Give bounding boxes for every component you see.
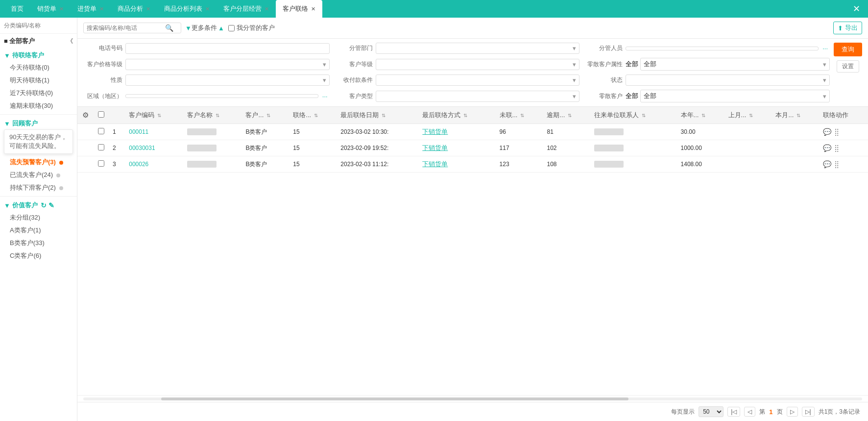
contact-method-link-2[interactable]: 下销货单 [422,160,448,168]
sidebar-item-lost-warning[interactable]: 流失预警客户(3) [0,156,77,169]
status-select[interactable]: ▾ [626,74,830,86]
pagination-last-button[interactable]: ▷| [802,407,815,417]
dept-select[interactable]: ▾ [376,43,580,54]
sidebar-group-pending-title[interactable]: ▼ 待联络客户 [0,49,77,61]
th-contact[interactable]: 联络... ⇅ [289,107,337,124]
tab-home[interactable]: 首页 [4,0,30,18]
tab-customer-link[interactable]: 客户联络 ✕ [276,0,322,18]
td-last-contact-method-0[interactable]: 下销货单 [418,124,495,140]
contact-method-link-0[interactable]: 下销货单 [422,128,448,135]
manager-ellipsis[interactable]: ··· [820,45,830,52]
select-all-checkbox[interactable] [98,111,104,118]
action-chat-icon-1[interactable]: 💬 [823,144,831,152]
th-last-contact-date[interactable]: 最后联络日期 ⇅ [337,107,418,124]
customer-level-select[interactable]: ▾ [376,59,580,70]
th-this-month[interactable]: 本月... ⇅ [772,107,819,124]
th-unit-contact[interactable]: 往来单位联系人 ⇅ [590,107,676,124]
nature-select[interactable]: ▾ [125,74,330,86]
th-last-contact-method[interactable]: 最后联络方式 ⇅ [418,107,495,124]
sidebar-item-today-pending[interactable]: 今天待联络(0) [0,61,77,74]
refresh-icon[interactable]: ↻ [41,201,47,209]
th-settings[interactable]: ⚙ [77,107,93,124]
th-code[interactable]: 客户编码 ⇅ [125,107,183,124]
td-code-2[interactable]: 000026 [125,156,183,173]
sidebar-item-unclassified[interactable]: 未分组(32) [0,211,77,224]
td-checkbox-0[interactable] [93,124,109,140]
sidebar-item-7day-pending[interactable]: 近7天待联络(0) [0,87,77,99]
sidebar-item-already-lost[interactable]: 已流失客户(24) [0,169,77,181]
tab-product-analysis[interactable]: 商品分析 ✕ [111,0,157,18]
pagination-first-button[interactable]: |◁ [727,407,740,417]
action-chat-icon-2[interactable]: 💬 [823,160,831,168]
td-checkbox-2[interactable] [93,156,109,173]
per-page-select[interactable]: 50 20 100 [699,406,723,417]
sidebar-group-value-title[interactable]: ▼ 价值客户 ↻ ✎ [0,198,77,211]
region-ellipsis[interactable]: ··· [320,93,330,100]
td-checkbox-1[interactable] [93,140,109,156]
tab-product-analysis-list-close[interactable]: ✕ [205,6,210,12]
tab-product-analysis-list[interactable]: 商品分析列表 ✕ [157,0,217,18]
sidebar-item-type-c[interactable]: C类客户(6) [0,249,77,262]
sidebar-item-type-a[interactable]: A类客户(1) [0,224,77,237]
td-last-contact-method-2[interactable]: 下销货单 [418,156,495,173]
tab-sales-close[interactable]: ✕ [59,6,64,12]
manager-input[interactable] [626,47,819,50]
td-last-contact-method-1[interactable]: 下销货单 [418,140,495,156]
td-not-linked-2: 123 [496,156,543,173]
th-checkbox[interactable] [93,107,109,124]
th-unit-contact-label: 往来单位联系人 [594,111,639,119]
tab-customer-tier[interactable]: 客户分层经营 ✕ [217,0,276,18]
retail-customer-select[interactable]: 全部 ▾ [640,90,830,102]
retail-attr-select[interactable]: 全部 ▾ [640,58,830,71]
td-code-0[interactable]: 000011 [125,124,183,140]
edit-icon[interactable]: ✎ [48,201,54,209]
th-name[interactable]: 客户名称 ⇅ [183,107,241,124]
price-tier-select[interactable]: ▾ [125,59,330,70]
pagination-prev-button[interactable]: ◁ [744,407,755,417]
td-code-1[interactable]: 00030031 [125,140,183,156]
row-checkbox-2[interactable] [98,160,104,167]
settings-button[interactable]: 设置 [837,60,859,73]
contact-method-link-1[interactable]: 下销货单 [422,144,448,151]
tab-sales[interactable]: 销货单 ✕ [30,0,71,18]
th-level[interactable]: 客户... ⇅ [241,107,289,124]
action-chat-icon-0[interactable]: 💬 [823,128,831,136]
pagination-next-button[interactable]: ▷ [787,407,798,417]
sidebar-group-lost-title[interactable]: ▼ 回顾客户 [0,117,77,129]
my-customers-checkbox[interactable] [228,25,235,31]
main-search-input[interactable] [87,25,165,31]
action-more-icon-2[interactable]: ⣿ [834,160,839,168]
payment-select[interactable]: ▾ [376,74,580,86]
export-button[interactable]: ⬆ 导出 [833,22,862,34]
region-input[interactable] [125,94,318,98]
sidebar-all-customers[interactable]: ■ 全部客户 《 [0,34,77,49]
tab-customer-link-close[interactable]: ✕ [311,6,315,12]
th-overdue[interactable]: 逾期... ⇅ [543,107,590,124]
grid-settings-icon[interactable]: ⚙ [82,111,89,119]
filter-field-region: 区域（地区） ··· [83,92,330,100]
sidebar-search-input[interactable] [4,22,77,29]
tab-customer-tier-close[interactable]: ✕ [265,6,269,12]
row-checkbox-1[interactable] [98,144,104,150]
th-this-year[interactable]: 本年... ⇅ [677,107,724,124]
row-checkbox-0[interactable] [98,128,104,134]
action-more-icon-1[interactable]: ⣿ [834,144,839,152]
customer-type-select[interactable]: ▾ [376,91,580,102]
sidebar-item-type-b[interactable]: B类客户(33) [0,237,77,249]
tab-purchase[interactable]: 进货单 ✕ [71,0,111,18]
sidebar-item-overdue-pending[interactable]: 逾期未联络(30) [0,99,77,112]
more-conditions-button[interactable]: ▼ 更多条件 ▲ [185,24,224,32]
query-button[interactable]: 查询 [834,43,862,56]
sidebar-item-tomorrow-pending[interactable]: 明天待联络(1) [0,74,77,87]
close-all-tabs-button[interactable]: ✕ [849,3,864,14]
tab-product-analysis-close[interactable]: ✕ [146,6,150,12]
horizontal-scroll-bar[interactable] [77,395,868,402]
scroll-bar-thumb[interactable] [161,397,628,400]
phone-input[interactable] [125,43,330,54]
th-not-linked[interactable]: 未联... ⇅ [496,107,543,124]
tab-purchase-close[interactable]: ✕ [99,6,104,12]
main-search-icon[interactable]: 🔍 [165,24,173,32]
action-more-icon-0[interactable]: ⣿ [834,128,839,136]
sidebar-item-declining[interactable]: 持续下滑客户(2) [0,181,77,194]
th-last-month[interactable]: 上月... ⇅ [724,107,772,124]
